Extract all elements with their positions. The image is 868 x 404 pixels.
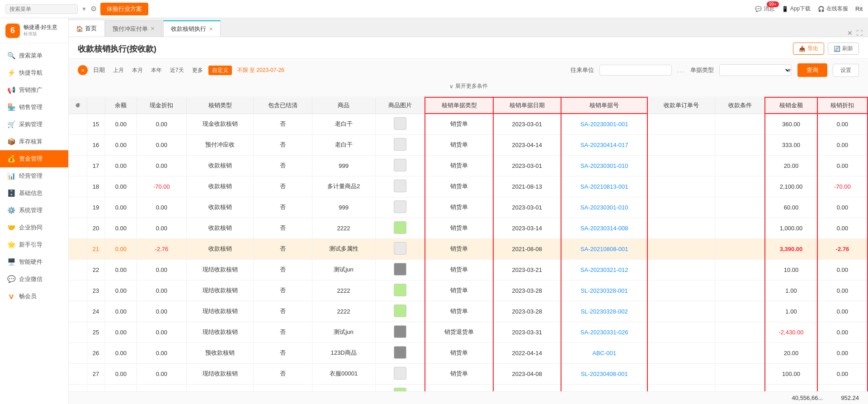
tab-receivable-close[interactable]: ✕ bbox=[209, 26, 213, 32]
tab-prepay-close[interactable]: ✕ bbox=[151, 26, 155, 32]
cancel-bill-no-link[interactable]: SA-20230314-008 bbox=[580, 225, 628, 232]
date-range-text: 不限 至 2023-07-26 bbox=[237, 67, 284, 74]
cancel-bill-no-link[interactable]: SA-20230331-026 bbox=[580, 329, 628, 336]
tab-prepay[interactable]: 预付冲应付单 ✕ bbox=[105, 20, 162, 37]
cancel-bill-no-link[interactable]: ABC-001 bbox=[592, 350, 616, 356]
sidebar-item-member[interactable]: V 畅会员 bbox=[0, 288, 68, 305]
expand-label: 展开更多条件 bbox=[455, 82, 488, 90]
filter-collapse-btn[interactable]: » bbox=[78, 65, 88, 75]
sidebar-item-inventory[interactable]: 📦 库存核算 bbox=[0, 133, 68, 150]
table-row: 190.000.00收款核销否999销货单2023-03-01SA-202303… bbox=[69, 197, 868, 218]
sidebar-label-purchase: 采购管理 bbox=[19, 120, 42, 128]
row-cancel-bill-no[interactable]: SA-20210808-001 bbox=[561, 238, 648, 259]
cancel-discount-total: 952.24 bbox=[841, 394, 859, 401]
table-gear-icon[interactable] bbox=[74, 102, 81, 109]
last-month-btn[interactable]: 上月 bbox=[110, 66, 127, 75]
row-cancel-bill-no[interactable]: SA-20230301-001 bbox=[561, 114, 648, 134]
top-search-input[interactable] bbox=[5, 4, 78, 14]
query-btn[interactable]: 查询 bbox=[797, 63, 827, 77]
cancel-bill-no-link[interactable]: SA-20210813-001 bbox=[580, 183, 628, 190]
cancel-bill-no-link[interactable]: SA-20230321-012 bbox=[580, 266, 628, 273]
sidebar-item-sales[interactable]: 🏪 销售管理 bbox=[0, 99, 68, 116]
this-month-btn[interactable]: 本月 bbox=[129, 66, 146, 75]
row-cancel-bill-no[interactable]: SL-20230328-001 bbox=[561, 280, 648, 301]
message-btn[interactable]: 💬 消息 99+ bbox=[755, 5, 774, 13]
cancel-bill-no-link[interactable]: SA-20230301-001 bbox=[580, 121, 628, 128]
row-cancel-type: 现结收款核销 bbox=[186, 259, 254, 280]
sidebar-item-system[interactable]: ⚙️ 系统管理 bbox=[0, 202, 68, 219]
tab-close-window-btn[interactable]: ✕ bbox=[847, 29, 853, 37]
row-cancel-bill-no[interactable]: SA-20230414-017 bbox=[561, 134, 648, 155]
this-year-btn[interactable]: 本年 bbox=[148, 66, 165, 75]
sidebar-item-capital[interactable]: 💰 资金管理 bbox=[0, 150, 68, 167]
cancel-bill-no-link[interactable]: SA-20230301-010 bbox=[580, 162, 628, 169]
row-seq: 28 bbox=[87, 384, 105, 391]
app-download-btn[interactable]: 📱 App下载 bbox=[782, 5, 811, 13]
row-balance: 0.00 bbox=[105, 197, 137, 218]
row-cancel-bill-no[interactable]: SL-20230328-002 bbox=[561, 301, 648, 322]
row-include-settled: 否 bbox=[254, 384, 312, 391]
row-cancel-bill-no[interactable]: SA-20230301-010 bbox=[561, 197, 648, 218]
row-cancel-bill-no[interactable]: SL-20230418-001 bbox=[561, 384, 648, 391]
service-icon: 🎧 bbox=[818, 6, 825, 12]
export-btn[interactable]: 📤 导出 bbox=[793, 43, 824, 55]
online-service-btn[interactable]: 🎧 在线客服 bbox=[818, 5, 848, 13]
sidebar-item-marketing[interactable]: 📢 营销推广 bbox=[0, 81, 68, 99]
app-icon: 📱 bbox=[782, 6, 788, 12]
row-cancel-bill-no[interactable]: SL-20230408-001 bbox=[561, 363, 648, 384]
row-goods-img bbox=[375, 218, 425, 238]
tab-receivable[interactable]: 收款核销执行 ✕ bbox=[163, 20, 221, 37]
sidebar-item-hardware[interactable]: 🖥️ 智能硬件 bbox=[0, 253, 68, 271]
cancel-bill-no-link[interactable]: SA-20230301-010 bbox=[580, 204, 628, 211]
user-name[interactable]: Rit bbox=[855, 5, 863, 12]
cancel-bill-no-link[interactable]: SL-20230328-001 bbox=[581, 287, 628, 294]
row-goods-img bbox=[375, 176, 425, 197]
sidebar-item-quick-nav[interactable]: ⚡ 快捷导航 bbox=[0, 64, 68, 81]
table-body: 150.000.00现金收款核销否老白干销货单2023-03-01SA-2023… bbox=[69, 114, 868, 391]
row-cancel-bill-no[interactable]: SA-20230301-010 bbox=[561, 155, 648, 176]
setting-btn[interactable]: 设置 bbox=[833, 64, 859, 77]
row-cancel-bill-date: 2023-04-14 bbox=[493, 134, 561, 155]
more-btn[interactable]: 更多 bbox=[189, 66, 206, 75]
sidebar-item-base-info[interactable]: 🗄️ 基础信息 bbox=[0, 185, 68, 202]
sidebar-item-wechat[interactable]: 💬 企业微信 bbox=[0, 271, 68, 288]
quick-nav-icon: ⚡ bbox=[7, 69, 15, 77]
table-header-row: 余额 现金折扣 核销类型 包含已结清 商品 商品图片 核销单据类型 核销单据日期… bbox=[69, 97, 868, 114]
tab-maximize-btn[interactable]: ⛶ bbox=[856, 29, 863, 37]
row-cash-discount: -2.76 bbox=[137, 238, 187, 259]
sidebar-item-purchase[interactable]: 🛒 采购管理 bbox=[0, 116, 68, 133]
row-cancel-discount: -70.00 bbox=[817, 176, 868, 197]
goods-image bbox=[394, 263, 406, 276]
row-cancel-bill-no[interactable]: SA-20230321-012 bbox=[561, 259, 648, 280]
expand-conditions[interactable]: ∨ 展开更多条件 bbox=[78, 81, 859, 92]
dropdown-arrow[interactable]: ▼ bbox=[81, 6, 87, 12]
th-cancel-discount: 核销折扣 bbox=[817, 97, 868, 114]
cancel-bill-no-link[interactable]: SL-20230328-002 bbox=[581, 308, 628, 315]
industry-btn[interactable]: 休验行业方案 bbox=[100, 3, 148, 15]
cancel-bill-no-link[interactable]: SA-20230414-017 bbox=[580, 142, 628, 148]
row-cancel-bill-no[interactable]: SA-20230331-026 bbox=[561, 322, 648, 342]
sidebar-item-guide[interactable]: 🌟 新手引导 bbox=[0, 236, 68, 253]
row-cancel-type: 现结收款核销 bbox=[186, 384, 254, 391]
row-cash-discount: 0.00 bbox=[137, 259, 187, 280]
last7-btn[interactable]: 近7天 bbox=[167, 66, 187, 75]
gear-icon[interactable]: ⚙ bbox=[90, 5, 97, 13]
tab-home[interactable]: 🏠 首页 bbox=[69, 20, 104, 37]
cancel-bill-no-link[interactable]: SA-20210808-001 bbox=[580, 246, 628, 252]
th-cancel-type: 核销类型 bbox=[186, 97, 254, 114]
refresh-btn[interactable]: 🔄 刷新 bbox=[828, 43, 859, 55]
row-cancel-bill-no[interactable]: ABC-001 bbox=[561, 342, 648, 363]
cancel-bill-no-link[interactable]: SL-20230408-001 bbox=[581, 371, 628, 377]
row-cancel-bill-no[interactable]: SA-20230314-008 bbox=[561, 218, 648, 238]
sidebar-item-enterprise[interactable]: 🤝 企业协同 bbox=[0, 219, 68, 236]
row-receipt-order-no bbox=[647, 238, 715, 259]
sidebar-item-operations[interactable]: 📊 经营管理 bbox=[0, 167, 68, 185]
from-unit-input[interactable] bbox=[599, 65, 672, 76]
bill-type-select[interactable] bbox=[719, 64, 792, 76]
table-wrapper[interactable]: 余额 现金折扣 核销类型 包含已结清 商品 商品图片 核销单据类型 核销单据日期… bbox=[69, 97, 868, 391]
sidebar-item-search[interactable]: 🔍 搜索菜单 bbox=[0, 47, 68, 64]
custom-btn[interactable]: 自定义 bbox=[208, 66, 232, 75]
row-cancel-bill-no[interactable]: SA-20210813-001 bbox=[561, 176, 648, 197]
table-row: 260.000.00预收款核销否123D商品销货单2022-04-14ABC-0… bbox=[69, 342, 868, 363]
row-cancel-amount: 1,000.00 bbox=[765, 218, 817, 238]
